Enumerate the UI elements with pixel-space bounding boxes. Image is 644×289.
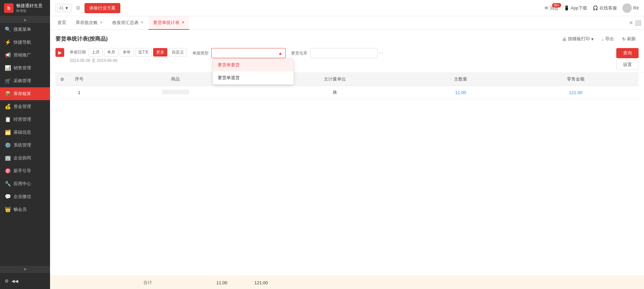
sidebar-item-finance[interactable]: 💰 资金管理: [0, 100, 50, 113]
date-btn-week[interactable]: 近7天: [135, 48, 152, 57]
sidebar-logo: b 畅捷通好生意 标准版: [0, 0, 50, 16]
phone-icon: 📱: [564, 5, 569, 10]
row-unit: 块: [261, 86, 409, 99]
tabs-close-all-icon[interactable]: ✕: [629, 20, 633, 26]
filter-type-select[interactable]: ▲: [211, 48, 286, 58]
purchase-icon: 🛒: [5, 78, 11, 84]
messages-btn[interactable]: ✉ 消息 99+: [545, 5, 558, 11]
filter-warehouse-group: 要货仓库 ···: [291, 48, 383, 58]
trial-btn[interactable]: 体验行业方案: [85, 3, 120, 13]
sidebar-item-system[interactable]: ⚙️ 系统管理: [0, 139, 50, 152]
dropdown-item-order-goods[interactable]: 要货单要货: [213, 59, 293, 71]
filter-warehouse-row: 要货仓库 ···: [291, 48, 383, 58]
dropdown-item-order-return[interactable]: 要货单退货: [213, 71, 293, 84]
main-area: 41 ▾ ⚙ 体验行业方案 ✉ 消息 99+ 📱 App下载 🎧 在线客服 R: [50, 0, 644, 289]
page-actions: 🖨 按模板打印 ▾ ↓ 导出 ↻ 刷新: [559, 35, 639, 43]
filter-type-group: 单据类型 ▲ 要货单要货 要货单退货: [192, 48, 286, 58]
tabs-bar: 首页 库存批次账 ✕ 收发存汇总表 ✕ 要货单统计表 ✕ ✕ ⬜: [50, 16, 644, 30]
filter-type-row: 单据类型 ▲: [192, 48, 286, 58]
filter-date-label: 单据日期: [70, 49, 86, 55]
sidebar-bottom: ⚙ ◀◀: [0, 273, 50, 289]
sidebar-item-member[interactable]: 👑 畅会员: [0, 203, 50, 216]
close-tab-order-stats[interactable]: ✕: [182, 20, 185, 25]
inventory-icon: 📦: [5, 91, 11, 97]
sidebar-scroll-down[interactable]: ▼: [0, 266, 50, 273]
search-icon: 🔍: [5, 26, 11, 32]
col-settings-icon: ⚙: [60, 77, 64, 82]
system-icon: ⚙️: [5, 142, 11, 148]
sidebar-settings-btn[interactable]: ⚙ ◀◀: [0, 276, 50, 286]
wechat-icon: 💬: [5, 194, 11, 200]
close-tab-inventory-batch[interactable]: ✕: [100, 20, 103, 25]
tabs-actions: ✕ ⬜: [629, 20, 641, 26]
refresh-icon: ↻: [622, 37, 626, 42]
guide-icon: 🎯: [5, 168, 11, 174]
sidebar-item-app-center[interactable]: 🔧 应用中心: [0, 177, 50, 190]
close-tab-receipt-summary[interactable]: ✕: [141, 20, 144, 25]
store-selector[interactable]: 41 ▾: [55, 4, 72, 12]
sidebar-item-operation[interactable]: 📋 经营管理: [0, 113, 50, 126]
sidebar-item-guide[interactable]: 🎯 新手引导: [0, 164, 50, 177]
col-quantity: 主数量: [409, 73, 513, 86]
basic-icon: 🗂️: [5, 129, 11, 135]
finance-icon: 💰: [5, 104, 11, 110]
query-btn[interactable]: 查询: [616, 48, 639, 58]
sidebar-item-marketing[interactable]: 📢 营销推广: [0, 49, 50, 62]
table-footer: 合计 11.00 121.00: [50, 276, 644, 289]
date-btn-current[interactable]: 本月: [104, 48, 118, 57]
footer-quantity: 11.00: [152, 280, 228, 285]
online-service-btn[interactable]: 🎧 在线客服: [593, 5, 617, 11]
sidebar-item-enterprise[interactable]: 🏢 企业协同: [0, 152, 50, 164]
refresh-btn[interactable]: ↻ 刷新: [619, 35, 639, 43]
tab-order-stats[interactable]: 要货单统计表 ✕: [148, 16, 189, 30]
topbar: 41 ▾ ⚙ 体验行业方案 ✉ 消息 99+ 📱 App下载 🎧 在线客服 R: [50, 0, 644, 16]
footer-amount: 121.00: [228, 280, 268, 285]
sidebar-items-list: 🔍 搜索菜单 ⚡ 快捷导航 📢 营销推广 📊 销售管理 🛒 采购管理 📦 库存核…: [0, 23, 50, 266]
tab-home[interactable]: 首页: [53, 16, 71, 30]
filter-warehouse-input-wrap: ···: [310, 48, 383, 58]
topbar-left: 41 ▾ ⚙ 体验行业方案: [55, 3, 120, 13]
filter-warehouse-input[interactable]: [310, 48, 378, 58]
sidebar-scroll-up[interactable]: ▲: [0, 16, 50, 23]
filter-type-label: 单据类型: [192, 50, 209, 56]
topbar-settings-icon[interactable]: ⚙: [76, 5, 80, 11]
app-download-btn[interactable]: 📱 App下载: [564, 5, 587, 11]
print-btn[interactable]: 🖨 按模板打印 ▾: [559, 35, 596, 43]
row-settings: [55, 86, 69, 99]
member-icon: 👑: [5, 206, 11, 213]
filter-date-group: 单据日期 上月 本月 本年 近7天 更多 自定义 2023-05-06 至 20…: [70, 48, 187, 64]
footer-total-label: 合计: [55, 280, 152, 286]
col-index: 序号: [69, 73, 89, 86]
app-center-icon: 🔧: [5, 181, 11, 187]
tabs-expand-icon[interactable]: ⬜: [635, 20, 641, 26]
message-icon: ✉: [545, 5, 548, 10]
print-icon: 🖨: [562, 37, 567, 42]
tab-receipt-summary[interactable]: 收发存汇总表 ✕: [108, 16, 148, 30]
warehouse-more-icon[interactable]: ···: [379, 50, 383, 56]
date-btn-year[interactable]: 本年: [120, 48, 134, 57]
sales-icon: 📊: [5, 65, 11, 71]
date-btn-more[interactable]: 更多: [153, 48, 167, 57]
sidebar-collapse-btn[interactable]: ◀◀: [11, 279, 18, 284]
export-btn[interactable]: ↓ 导出: [599, 35, 617, 43]
date-btn-up[interactable]: 上月: [89, 48, 103, 57]
sidebar-item-inventory[interactable]: 📦 库存核算: [0, 87, 50, 100]
tab-inventory-batch[interactable]: 库存批次账 ✕: [71, 16, 108, 30]
sidebar-item-quick-nav[interactable]: ⚡ 快捷导航: [0, 36, 50, 49]
sidebar-item-search[interactable]: 🔍 搜索菜单: [0, 23, 50, 36]
sidebar-item-basic[interactable]: 🗂️ 基础信息: [0, 126, 50, 139]
settings-btn[interactable]: 设置: [616, 60, 639, 70]
sidebar-item-purchase[interactable]: 🛒 采购管理: [0, 74, 50, 87]
page-content: 要货单统计表(按商品) 🖨 按模板打印 ▾ ↓ 导出 ↻ 刷新 ▶: [50, 30, 644, 289]
sidebar-item-wechat[interactable]: 💬 企业微信: [0, 190, 50, 203]
user-avatar[interactable]: Rit: [622, 3, 639, 13]
operation-icon: 📋: [5, 116, 11, 123]
filter-date-row: 单据日期 上月 本月 本年 近7天 更多 自定义: [70, 48, 187, 57]
sidebar-item-sales[interactable]: 📊 销售管理: [0, 62, 50, 74]
table-row: 1 块 11.00 121.00: [55, 86, 639, 99]
data-table: ⚙ 序号 商品 主计量单位 主数量 零售金额 1: [55, 73, 639, 99]
filter-expand-btn[interactable]: ▶: [55, 48, 64, 57]
col-settings[interactable]: ⚙: [55, 73, 69, 86]
row-quantity: 11.00: [409, 86, 513, 99]
date-btn-custom[interactable]: 自定义: [169, 48, 187, 57]
